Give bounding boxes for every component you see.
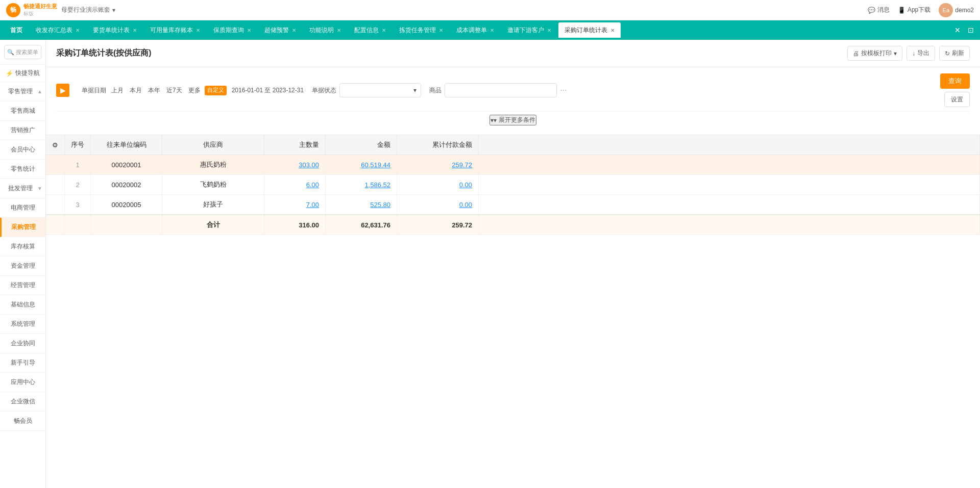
row-settings [46, 155, 65, 175]
tab-picking-close[interactable]: ✕ [439, 28, 443, 33]
row-qty[interactable]: 6.00 [264, 175, 326, 195]
page-header-actions: 🖨 按模板打印 ▾ ↓ 导出 ↻ 刷新 [847, 46, 970, 61]
tab-invite-close[interactable]: ✕ [547, 28, 551, 33]
table-row[interactable]: 1 00020001 惠氏奶粉 303.00 60,519.44 259.72 [46, 155, 980, 175]
row-amount[interactable]: 525.80 [326, 195, 397, 215]
shortcut-this-year[interactable]: 本年 [146, 86, 162, 95]
status-select[interactable]: ▾ [339, 83, 421, 97]
tab-function-desc[interactable]: 功能说明 ✕ [303, 22, 347, 38]
tab-cost-adjust[interactable]: 成本调整单 ✕ [450, 22, 500, 38]
sidebar-item-member[interactable]: 会员中心 [0, 140, 45, 160]
tab-overstock-close[interactable]: ✕ [292, 28, 296, 33]
date-range-display: 2016-01-01 至 2023-12-31 [232, 86, 304, 95]
tab-purchase-stats[interactable]: 采购订单统计表 ✕ [558, 22, 621, 38]
sidebar-item-wholesale-label: 批发管理 [3, 184, 37, 193]
custom-date-tag[interactable]: 自定义 [205, 86, 227, 95]
date-filter-label: 单据日期 [82, 86, 106, 95]
sidebar-item-retail-stats[interactable]: 零售统计 [0, 160, 45, 179]
quick-nav-area[interactable]: ⚡ 快捷导航 [0, 65, 45, 82]
print-btn[interactable]: 🖨 按模板打印 ▾ [847, 46, 902, 61]
tab-receive-send-close[interactable]: ✕ [76, 28, 80, 33]
tab-expiry-label: 保质期查询 [213, 26, 244, 35]
sidebar-item-retail-mall-label: 零售商城 [3, 107, 42, 115]
tab-overstock[interactable]: 超储预警 ✕ [258, 22, 302, 38]
row-code: 00020005 [91, 195, 162, 215]
tab-receive-send[interactable]: 收发存汇总表 ✕ [30, 22, 86, 38]
row-paid[interactable]: 259.72 [397, 155, 479, 175]
sidebar-item-retail-mgmt[interactable]: 零售管理 ▲ [0, 82, 45, 101]
tab-goods-stats[interactable]: 要货单统计表 ✕ [87, 22, 143, 38]
table-row[interactable]: 2 00020002 飞鹤奶粉 6.00 1,586.52 0.00 [46, 175, 980, 195]
tab-goods-stats-close[interactable]: ✕ [133, 28, 137, 33]
row-code: 00020002 [91, 175, 162, 195]
refresh-btn[interactable]: ↻ 刷新 [939, 46, 970, 61]
sidebar-item-app-center[interactable]: 应用中心 [0, 373, 45, 392]
row-qty[interactable]: 303.00 [264, 155, 326, 175]
sidebar-item-enterprise-collab[interactable]: 企业协同 [0, 334, 45, 353]
user-area[interactable]: Ea demo2 [939, 3, 974, 17]
sidebar-item-finance[interactable]: 资金管理 [0, 256, 45, 276]
tab-home[interactable]: 首页 [4, 22, 29, 38]
message-btn[interactable]: 💬 消息 [868, 6, 890, 14]
row-paid[interactable]: 0.00 [397, 175, 479, 195]
row-amount[interactable]: 1,586.52 [326, 175, 397, 195]
shortcut-this-month[interactable]: 本月 [128, 86, 144, 95]
shortcut-more[interactable]: 更多 [186, 86, 203, 95]
filter-row-1: ▶ 单据日期 上月 本月 本年 近7天 更多 自定义 2016-01-01 至 … [56, 73, 970, 107]
sidebar-item-enterprise-wechat[interactable]: 企业微信 [0, 392, 45, 412]
tab-expiry-query[interactable]: 保质期查询 ✕ [207, 22, 257, 38]
goods-input[interactable] [445, 83, 557, 97]
filter-toggle-btn[interactable]: ▶ [56, 84, 69, 97]
nav-maximize-btn[interactable]: ⊡ [966, 25, 976, 35]
table-row[interactable]: 3 00020005 好孩子 7.00 525.80 0.00 [46, 195, 980, 215]
tab-available-stock-close[interactable]: ✕ [196, 28, 200, 33]
goods-filter-dots[interactable]: ··· [560, 86, 567, 95]
tab-invite-label: 邀请下游客户 [507, 26, 544, 35]
tab-cost-label: 成本调整单 [456, 26, 487, 35]
tab-function-close[interactable]: ✕ [337, 28, 341, 33]
tab-config-close[interactable]: ✕ [382, 28, 386, 33]
query-btn[interactable]: 查询 [940, 73, 970, 89]
tab-picking-task[interactable]: 拣货任务管理 ✕ [393, 22, 449, 38]
row-qty[interactable]: 7.00 [264, 195, 326, 215]
gear-icon: ⚙ [52, 141, 58, 149]
sidebar-item-basic-info[interactable]: 基础信息 [0, 295, 45, 315]
sidebar-item-newbie[interactable]: 新手引导 [0, 353, 45, 373]
sidebar-item-purchase-mgmt[interactable]: 采购管理 [0, 218, 45, 237]
page-title: 采购订单统计表(按供应商) [56, 48, 152, 59]
tab-cost-close[interactable]: ✕ [490, 28, 494, 33]
filter-settings-btn[interactable]: 设置 [944, 92, 970, 107]
sidebar-item-system-mgmt[interactable]: 系统管理 [0, 315, 45, 334]
tab-home-label: 首页 [10, 26, 22, 35]
tab-config-info[interactable]: 配置信息 ✕ [348, 22, 392, 38]
shortcut-last-month[interactable]: 上月 [109, 86, 126, 95]
tab-available-stock[interactable]: 可用量库存账本 ✕ [144, 22, 206, 38]
sidebar-item-wholesale[interactable]: 批发管理 ▼ [0, 179, 45, 198]
sidebar-item-marketing[interactable]: 营销推广 [0, 121, 45, 140]
col-header-settings[interactable]: ⚙ [46, 135, 65, 155]
sidebar-item-ecommerce[interactable]: 电商管理 [0, 198, 45, 218]
tab-invite-downstream[interactable]: 邀请下游客户 ✕ [501, 22, 557, 38]
tab-purchase-stats-close[interactable]: ✕ [610, 28, 615, 33]
breadcrumb[interactable]: 母婴行业演示账套 ▾ [61, 6, 115, 14]
sidebar-item-wechat-label: 企业微信 [3, 397, 42, 406]
expand-down-icon: ▾▾ [491, 117, 497, 124]
shortcut-last-7days[interactable]: 近7天 [164, 86, 184, 95]
tab-expiry-close[interactable]: ✕ [247, 28, 251, 33]
app-download-btn[interactable]: 📱 App下载 [898, 6, 930, 14]
sidebar-item-stock-check[interactable]: 库存核算 [0, 237, 45, 256]
filter-status-item: 单据状态 ▾ [312, 83, 421, 97]
tab-receive-send-label: 收发存汇总表 [36, 26, 72, 35]
search-menu-btn[interactable]: 🔍 搜索菜单 [4, 45, 41, 59]
sidebar-item-member-card[interactable]: 畅会员 [0, 412, 45, 431]
message-label: 消息 [877, 6, 890, 14]
main-layout: 🔍 搜索菜单 ⚡ 快捷导航 零售管理 ▲ 零售商城 营销推广 会员中心 零售统计 [0, 40, 980, 488]
sidebar-item-operation[interactable]: 经营管理 [0, 276, 45, 295]
nav-close-btn[interactable]: ✕ [952, 25, 963, 35]
sidebar-item-retail-mall[interactable]: 零售商城 [0, 101, 45, 121]
row-amount[interactable]: 60,519.44 [326, 155, 397, 175]
row-paid[interactable]: 0.00 [397, 195, 479, 215]
tab-available-stock-label: 可用量库存账本 [150, 26, 193, 35]
expand-more-btn[interactable]: ▾▾ 展开更多条件 [489, 115, 536, 125]
export-btn[interactable]: ↓ 导出 [906, 46, 935, 61]
